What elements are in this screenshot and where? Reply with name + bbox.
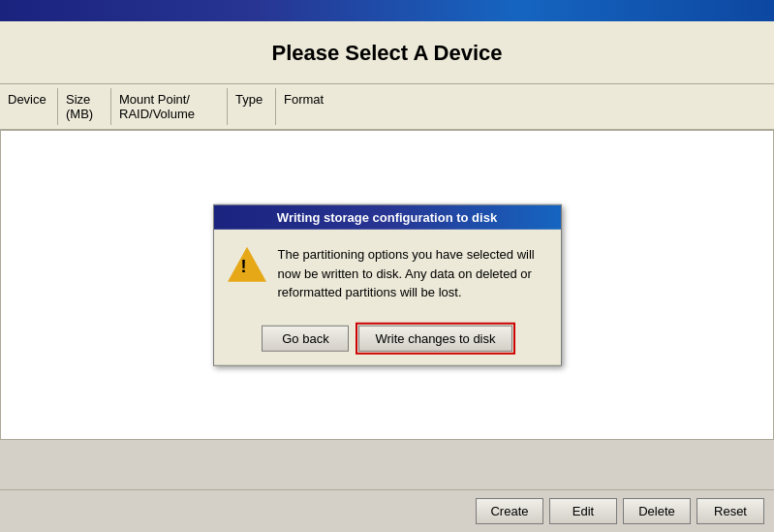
dialog-message: The partitioning options you have select… — [278, 245, 547, 302]
col-format-header: Format — [276, 88, 334, 125]
dialog-buttons: Go back Write changes to disk — [214, 317, 561, 364]
content-area: Writing storage configuration to disk Th… — [0, 130, 774, 440]
dialog-box: Writing storage configuration to disk Th… — [213, 204, 562, 366]
bottom-toolbar: Create Edit Delete Reset — [0, 489, 774, 532]
top-bar — [0, 0, 774, 21]
table-header: Device Size(MB) Mount Point/RAID/Volume … — [0, 84, 774, 130]
write-changes-button[interactable]: Write changes to disk — [358, 325, 511, 351]
warning-icon-container — [228, 247, 266, 286]
dialog-title-text: Writing storage configuration to disk — [277, 210, 497, 225]
col-size-header: Size(MB) — [58, 88, 111, 125]
reset-button[interactable]: Reset — [697, 498, 764, 524]
dialog-body: The partitioning options you have select… — [214, 230, 561, 318]
create-button[interactable]: Create — [476, 498, 543, 524]
col-device-header: Device — [0, 88, 58, 125]
dialog-overlay: Writing storage configuration to disk Th… — [213, 204, 562, 366]
edit-button[interactable]: Edit — [549, 498, 617, 524]
title-section: Please Select A Device — [0, 21, 774, 84]
dialog-title-bar: Writing storage configuration to disk — [214, 205, 561, 230]
go-back-button[interactable]: Go back — [262, 325, 349, 351]
col-type-header: Type — [228, 88, 276, 125]
main-container: Please Select A Device Device Size(MB) M… — [0, 21, 774, 440]
col-mountpoint-header: Mount Point/RAID/Volume — [111, 88, 228, 125]
delete-button[interactable]: Delete — [623, 498, 691, 524]
page-wrapper: Please Select A Device Device Size(MB) M… — [0, 0, 774, 532]
warning-triangle-icon — [228, 247, 266, 282]
page-title: Please Select A Device — [10, 41, 764, 66]
